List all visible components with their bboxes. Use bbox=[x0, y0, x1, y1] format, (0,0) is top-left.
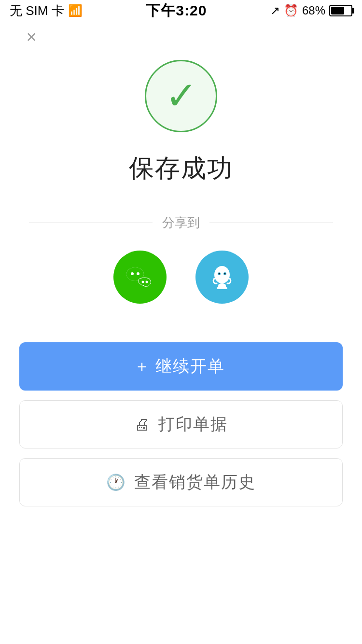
close-button[interactable]: × bbox=[19, 25, 43, 49]
status-bar: 无 SIM 卡 📶 下午3:20 ↗ ⏰ 68% bbox=[0, 0, 362, 21]
svg-point-9 bbox=[219, 273, 220, 275]
printer-icon: 🖨 bbox=[134, 416, 151, 434]
main-content: ✓ 保存成功 分享到 bbox=[0, 21, 362, 506]
qq-share-button[interactable] bbox=[195, 251, 249, 304]
success-circle: ✓ bbox=[145, 60, 217, 132]
plus-icon: + bbox=[137, 357, 148, 376]
svg-point-5 bbox=[146, 281, 148, 283]
share-label: 分享到 bbox=[153, 214, 209, 231]
svg-point-11 bbox=[216, 270, 220, 273]
action-buttons: + 继续开单 🖨 打印单据 🕐 查看销货单历史 bbox=[0, 342, 362, 506]
svg-point-10 bbox=[224, 273, 226, 275]
status-time: 下午3:20 bbox=[146, 1, 207, 21]
print-label: 打印单据 bbox=[158, 413, 228, 435]
status-left: 无 SIM 卡 📶 bbox=[10, 2, 83, 19]
print-button[interactable]: 🖨 打印单据 bbox=[19, 400, 343, 448]
location-icon: ↗ bbox=[270, 4, 280, 17]
divider-line-left bbox=[29, 223, 153, 223]
battery-percent: 68% bbox=[302, 4, 325, 17]
checkmark-icon: ✓ bbox=[165, 77, 197, 115]
svg-point-3 bbox=[137, 272, 139, 275]
continue-label: 继续开单 bbox=[155, 355, 225, 378]
qq-icon bbox=[208, 263, 236, 291]
battery-fill bbox=[331, 7, 344, 14]
wechat-share-button[interactable] bbox=[113, 251, 167, 304]
wechat-icon bbox=[125, 262, 155, 293]
svg-point-2 bbox=[131, 272, 134, 275]
no-sim-text: 无 SIM 卡 bbox=[10, 2, 64, 19]
share-divider: 分享到 bbox=[0, 214, 362, 231]
wifi-icon: 📶 bbox=[68, 4, 83, 17]
alarm-icon: ⏰ bbox=[284, 4, 298, 17]
battery-icon bbox=[329, 5, 352, 16]
clock-icon: 🕐 bbox=[106, 473, 126, 491]
svg-point-6 bbox=[214, 266, 230, 283]
svg-rect-14 bbox=[217, 287, 227, 289]
continue-button[interactable]: + 继续开单 bbox=[19, 342, 343, 391]
close-icon: × bbox=[26, 28, 36, 46]
divider-line-right bbox=[209, 223, 333, 223]
share-icons-container bbox=[113, 251, 249, 304]
history-button[interactable]: 🕐 查看销货单历史 bbox=[19, 458, 343, 506]
status-right: ↗ ⏰ 68% bbox=[270, 4, 352, 17]
history-label: 查看销货单历史 bbox=[134, 471, 256, 493]
success-title: 保存成功 bbox=[129, 152, 233, 185]
svg-point-4 bbox=[142, 281, 144, 283]
